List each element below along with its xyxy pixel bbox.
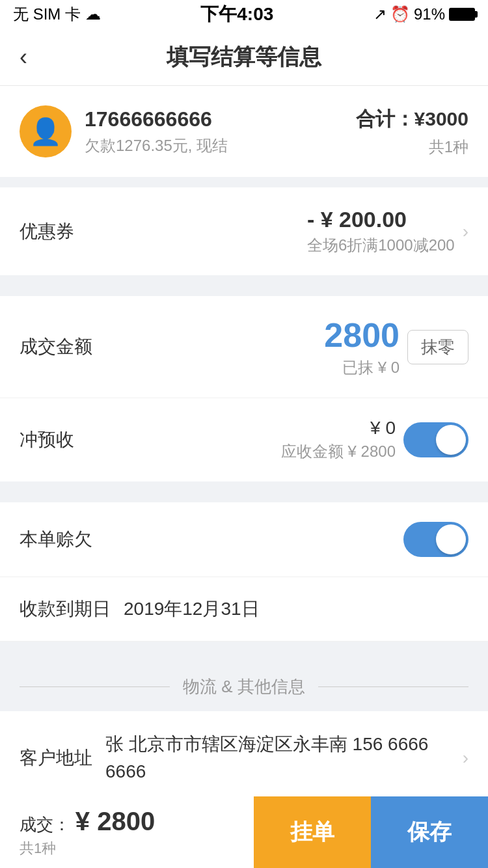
deal-amount-label: 成交金额 bbox=[20, 334, 92, 359]
deal-amount-values: 2800 已抹 ¥ 0 bbox=[324, 316, 400, 378]
bottom-deal-amount: ¥ 2800 bbox=[75, 807, 155, 835]
deal-section: 成交金额 2800 已抹 ¥ 0 抹零 冲预收 ¥ 0 应收金额 ¥ 2800 bbox=[0, 296, 488, 481]
coupon-section: 优惠券 - ¥ 200.00 全场6折满1000减200 › bbox=[0, 187, 488, 275]
coupon-discount: - ¥ 200.00 bbox=[307, 207, 455, 232]
battery-percent: 91% bbox=[414, 5, 445, 23]
debt-toggle[interactable] bbox=[403, 522, 468, 557]
bottom-deal-line: 成交： ¥ 2800 bbox=[20, 807, 234, 836]
coupon-value: - ¥ 200.00 全场6折满1000减200 bbox=[307, 207, 455, 256]
page-title: 填写结算等信息 bbox=[167, 42, 321, 72]
nav-bar: ‹ 填写结算等信息 bbox=[0, 29, 488, 86]
deal-amount-sub: 已抹 ¥ 0 bbox=[324, 357, 400, 378]
prepay-toggle[interactable] bbox=[403, 422, 468, 457]
deal-amount-right: 2800 已抹 ¥ 0 抹零 bbox=[324, 316, 468, 378]
deal-amount-row: 成交金额 2800 已抹 ¥ 0 抹零 bbox=[0, 296, 488, 398]
debt-right bbox=[403, 522, 468, 557]
debt-toggle-thumb bbox=[436, 524, 466, 554]
due-date-label: 收款到期日 bbox=[20, 597, 111, 621]
user-debt: 欠款1276.35元, 现结 bbox=[85, 135, 228, 156]
content-area: 👤 17666666666 欠款1276.35元, 现结 合计：¥3000 共1… bbox=[0, 86, 488, 868]
prepay-right: ¥ 0 应收金额 ¥ 2800 bbox=[281, 418, 468, 462]
due-date-row: 收款到期日 2019年12月31日 bbox=[0, 577, 488, 642]
alarm-icon: ⏰ bbox=[390, 5, 410, 23]
coupon-row[interactable]: 优惠券 - ¥ 200.00 全场6折满1000减200 › bbox=[0, 187, 488, 275]
battery-icon bbox=[449, 8, 475, 21]
coupon-label: 优惠券 bbox=[20, 219, 74, 244]
status-right: ↗ ⏰ 91% bbox=[373, 5, 475, 23]
prepay-amount: ¥ 0 bbox=[281, 418, 396, 439]
deal-amount-value: 2800 bbox=[324, 316, 400, 355]
debt-row: 本单赊欠 bbox=[0, 502, 488, 577]
total-amount: 合计：¥3000 bbox=[356, 106, 468, 133]
user-info: 17666666666 欠款1276.35元, 现结 bbox=[85, 107, 228, 156]
debt-label: 本单赊欠 bbox=[20, 527, 92, 552]
logistics-separator: 物流 & 其他信息 bbox=[0, 662, 488, 711]
sep-text: 物流 & 其他信息 bbox=[183, 675, 305, 698]
direction-icon: ↗ bbox=[373, 5, 386, 23]
status-bar: 无 SIM 卡 ☁ 下午4:03 ↗ ⏰ 91% bbox=[0, 0, 488, 29]
total-count: 共1种 bbox=[356, 137, 468, 157]
prepay-row: 冲预收 ¥ 0 应收金额 ¥ 2800 bbox=[0, 398, 488, 481]
prepay-sub: 应收金额 ¥ 2800 bbox=[281, 441, 396, 462]
status-left: 无 SIM 卡 ☁ bbox=[13, 4, 101, 25]
user-left: 👤 17666666666 欠款1276.35元, 现结 bbox=[20, 105, 228, 157]
sep-line-right bbox=[318, 686, 468, 687]
sim-status: 无 SIM 卡 ☁ bbox=[13, 4, 101, 25]
bottom-bar: 成交： ¥ 2800 共1种 挂单 保存 bbox=[0, 796, 488, 868]
address-row[interactable]: 客户地址 张 北京市市辖区海淀区永丰南 156 6666 6666 › bbox=[0, 711, 488, 805]
address-content: 张 北京市市辖区海淀区永丰南 156 6666 6666 bbox=[105, 731, 456, 785]
user-totals: 合计：¥3000 共1种 bbox=[356, 106, 468, 157]
bottom-deal-label: 成交： bbox=[20, 815, 70, 834]
save-button[interactable]: 保存 bbox=[371, 796, 488, 868]
user-card: 👤 17666666666 欠款1276.35元, 现结 合计：¥3000 共1… bbox=[0, 86, 488, 177]
divider-2 bbox=[0, 492, 488, 502]
divider-1 bbox=[0, 286, 488, 296]
divider-3 bbox=[0, 652, 488, 662]
bottom-info: 成交： ¥ 2800 共1种 bbox=[0, 807, 254, 858]
sep-line-left bbox=[20, 686, 170, 687]
hang-order-button[interactable]: 挂单 bbox=[254, 796, 371, 868]
coupon-sub: 全场6折满1000减200 bbox=[307, 235, 455, 256]
back-button[interactable]: ‹ bbox=[20, 44, 27, 71]
due-date-value: 2019年12月31日 bbox=[124, 597, 260, 621]
prepay-label: 冲预收 bbox=[20, 427, 74, 452]
prepay-values: ¥ 0 应收金额 ¥ 2800 bbox=[281, 418, 396, 462]
status-time: 下午4:03 bbox=[200, 2, 273, 27]
coupon-chevron: › bbox=[463, 221, 468, 242]
toggle-thumb bbox=[436, 425, 466, 455]
avatar-icon: 👤 bbox=[29, 116, 62, 147]
address-label: 客户地址 bbox=[20, 746, 92, 770]
user-phone: 17666666666 bbox=[85, 107, 228, 131]
bottom-deal-count: 共1种 bbox=[20, 839, 234, 858]
address-chevron: › bbox=[463, 748, 468, 768]
debt-section: 本单赊欠 收款到期日 2019年12月31日 bbox=[0, 502, 488, 642]
coupon-right: - ¥ 200.00 全场6折满1000减200 › bbox=[307, 207, 468, 256]
avatar: 👤 bbox=[20, 105, 72, 157]
round-zero-button[interactable]: 抹零 bbox=[407, 330, 468, 364]
